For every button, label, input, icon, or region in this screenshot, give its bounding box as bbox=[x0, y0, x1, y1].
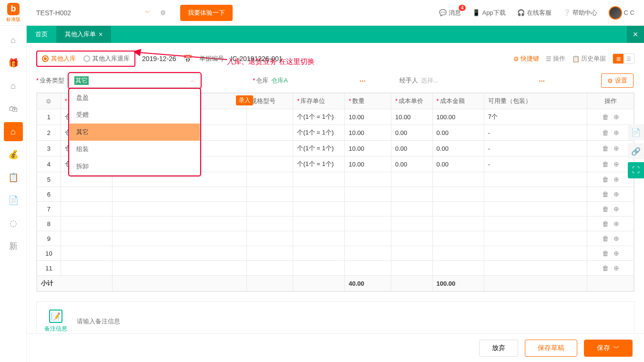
logo[interactable]: b 标准版 bbox=[0, 3, 27, 23]
logo-text: 标准版 bbox=[6, 16, 20, 23]
header-right: 💬 消息 4 📱 App下载 🎧 在线客服 ❔ 帮助中心 C C bbox=[439, 6, 634, 20]
user-menu[interactable]: C C bbox=[609, 6, 634, 20]
warehouse-select[interactable]: TEST-H002 ﹀ bbox=[31, 5, 155, 21]
messages-link[interactable]: 💬 消息 4 bbox=[439, 9, 461, 17]
header: b 标准版 TEST-H002 ﹀ ⚙ 我要体验一下 💬 消息 4 📱 App下… bbox=[0, 0, 644, 26]
help-label: 帮助中心 bbox=[572, 9, 597, 17]
logo-icon: b bbox=[7, 3, 20, 15]
phone-icon: 📱 bbox=[472, 9, 480, 16]
app-download-link[interactable]: 📱 App下载 bbox=[472, 9, 505, 17]
help-link[interactable]: ❔ 帮助中心 bbox=[563, 9, 597, 17]
warehouse-value: TEST-H002 bbox=[36, 9, 71, 17]
avatar bbox=[609, 6, 622, 20]
headset-icon: 🎧 bbox=[517, 9, 525, 16]
messages-badge: 4 bbox=[459, 5, 466, 11]
trial-button[interactable]: 我要体验一下 bbox=[180, 5, 233, 21]
chevron-down-icon: ﹀ bbox=[145, 9, 151, 17]
gear-button[interactable]: ⚙ bbox=[155, 5, 171, 21]
service-label: 在线客服 bbox=[527, 9, 552, 17]
help-icon: ❔ bbox=[563, 9, 571, 16]
service-link[interactable]: 🎧 在线客服 bbox=[517, 9, 552, 17]
gear-icon: ⚙ bbox=[160, 9, 166, 16]
app-label: App下载 bbox=[482, 9, 505, 17]
message-icon: 💬 bbox=[439, 9, 447, 16]
user-name: C C bbox=[624, 9, 634, 16]
